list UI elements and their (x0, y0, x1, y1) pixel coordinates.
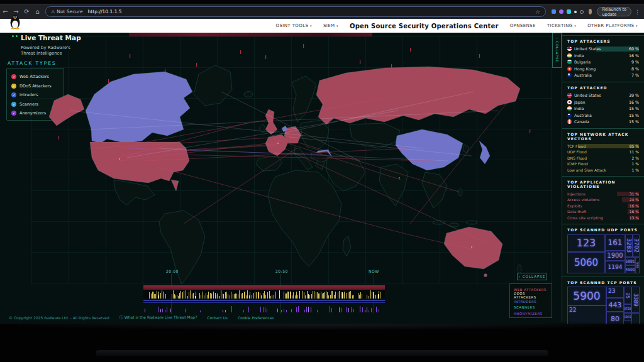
ddos-tick (206, 293, 206, 299)
stat-row[interactable]: Access violations24 % (567, 197, 639, 203)
country-usa (90, 142, 189, 183)
reload-icon[interactable]: ⟳ (21, 8, 32, 15)
extension-icon[interactable] (552, 9, 556, 14)
stat-row[interactable]: India16 % (567, 52, 639, 59)
port-cell[interactable]: 6881 (625, 257, 635, 265)
nav-ticketing[interactable]: TICKETING ▾ (547, 23, 576, 28)
sidebar-collapse-tab[interactable]: › COLLAPSE (552, 33, 562, 68)
stat-row[interactable]: Exploits16 % (567, 203, 639, 209)
stat-row[interactable]: Japan16 % (567, 99, 639, 106)
anonymizer-tick (298, 306, 299, 312)
port-cell[interactable]: 5900 (567, 287, 606, 305)
address-bar[interactable]: ⚠ Not Secure http://10.1.1.5 ☆ (45, 6, 546, 17)
anonymizer-tick (369, 310, 369, 312)
extension-icon[interactable] (559, 9, 564, 14)
port-cell[interactable]: 8728 (624, 304, 631, 313)
attack-type-icon: ✓ (11, 102, 16, 107)
stat-row[interactable]: Canada15 % (567, 119, 639, 126)
port-cell[interactable]: 1194 (605, 261, 625, 273)
timeline-collapse-button[interactable]: ‹ COLLAPSE (517, 273, 547, 280)
stat-row[interactable]: ICMP Flood1 % (567, 161, 639, 167)
port-cell[interactable]: 3283 (625, 234, 633, 257)
home-icon[interactable]: ⌂ (32, 8, 43, 15)
stat-row[interactable]: ANONYMIZERS (514, 310, 548, 317)
stat-label: United States (574, 47, 601, 51)
port-cell[interactable]: 161 (605, 234, 625, 251)
region-eastern-europe (301, 120, 329, 150)
what-is-link[interactable]: ⓘ What is the Radware Live Threat Map? (119, 315, 197, 321)
extension-icon[interactable] (574, 11, 577, 13)
port-cell[interactable]: 5060 (567, 252, 605, 273)
port-cell[interactable]: 25 (624, 287, 631, 304)
stat-label: India (574, 53, 584, 58)
not-secure-label[interactable]: Not Secure (57, 9, 82, 14)
stat-row[interactable]: India15 % (567, 106, 639, 112)
relaunch-to-update-button[interactable]: Relaunch to update (597, 7, 631, 16)
network-attack-vectors-section: TOP NETWORK ATTACK VECTORS TCP Flood85 %… (562, 129, 644, 177)
port-cell[interactable]: 123 (567, 234, 605, 252)
stat-value: 16 % (630, 204, 639, 208)
stat-row[interactable]: DDOS ATTACKERS (514, 293, 548, 299)
country-china (396, 129, 463, 170)
anonymizer-tick (317, 310, 318, 312)
port-cell[interactable] (631, 313, 640, 324)
stat-row[interactable]: Injections31 % (567, 191, 639, 197)
ddos-tick (223, 294, 224, 299)
port-cell[interactable]: 23 (606, 287, 624, 298)
ddos-tick (213, 292, 214, 299)
ddos-tick (173, 290, 174, 299)
anonymizer-tick (260, 307, 261, 312)
udp-ports-treemap[interactable]: 1231613283370250601900119468814500500 (567, 234, 640, 273)
port-cell[interactable]: 1900 (605, 251, 625, 261)
stat-row[interactable]: DNS Flood2 % (567, 155, 639, 162)
bookmark-star-icon[interactable]: ☆ (535, 9, 540, 15)
url-text[interactable]: http://10.1.1.5 (88, 9, 122, 14)
ddos-tick (201, 295, 201, 299)
nav-opnsense[interactable]: OPNSENSE (510, 23, 536, 28)
stat-row[interactable]: UDP Flood11 % (567, 149, 639, 155)
stat-row[interactable]: TCP Flood85 % (567, 143, 639, 150)
contact-us-link[interactable]: Contact Us (207, 315, 228, 320)
port-cell[interactable]: 3702 (633, 234, 640, 257)
ddos-tick (326, 291, 326, 299)
attack-timeline[interactable]: 20:00 20:50 NOW (143, 269, 385, 318)
port-cell[interactable]: 80 (606, 312, 624, 324)
ddos-tick (267, 292, 268, 299)
stat-row[interactable]: Data theft16 % (567, 209, 639, 215)
stat-row[interactable]: Low and Slow Attack1 % (567, 167, 639, 173)
profile-avatar[interactable] (589, 9, 592, 14)
app-nav-links: OSINT TOOLS ▾ SIEM ▾ Open Source Securit… (276, 23, 638, 30)
port-cell[interactable]: 22 (567, 305, 606, 324)
section-title: TOP SCANNED UDP PORTS (567, 228, 639, 232)
nav-osint-tools[interactable]: OSINT TOOLS ▾ (276, 23, 312, 28)
laptop-screen: ← → ⟳ ⌂ ⚠ Not Secure http://10.1.1.5 ☆ R… (0, 0, 644, 362)
browser-menu-icon[interactable]: ⋮ (635, 9, 640, 15)
port-cell[interactable]: 4500 (625, 265, 635, 273)
stat-row[interactable]: INTRUDERS (514, 299, 548, 305)
stat-row[interactable]: SCANNERS (514, 305, 548, 311)
stat-row[interactable]: United States60 % (567, 46, 639, 53)
stat-row[interactable]: Hong Kong8 % (567, 65, 639, 72)
ddos-tick (182, 292, 183, 299)
stat-row[interactable]: Australia15 % (567, 112, 639, 119)
ddos-tick (228, 294, 228, 299)
in-flag-icon (567, 53, 572, 58)
tcp-ports-treemap[interactable]: 590023253389443872822805901 (567, 287, 640, 324)
ddos-tick (341, 292, 341, 299)
nav-other-platforms[interactable]: OTHER PLATFORMS ▾ (587, 23, 638, 28)
port-cell[interactable]: 5901 (624, 313, 631, 321)
port-cell[interactable]: 3389 (631, 287, 640, 313)
stat-row[interactable]: Cross site scripting13 % (567, 215, 639, 221)
world-map[interactable] (31, 36, 552, 284)
port-cell[interactable]: 500 (635, 257, 640, 273)
stat-row[interactable]: Bulgaria9 % (567, 59, 639, 66)
extensions-puzzle-icon[interactable] (580, 10, 584, 14)
port-cell[interactable]: 443 (606, 298, 624, 312)
nav-siem[interactable]: SIEM ▾ (323, 23, 338, 28)
cookie-preferences-link[interactable]: Cookie Preferences (238, 315, 274, 320)
stat-row[interactable]: United States39 % (567, 92, 639, 99)
stat-row[interactable]: Australia7 % (567, 72, 639, 79)
extension-icon[interactable] (567, 9, 571, 14)
stat-value: 1 % (632, 162, 639, 166)
ddos-tick (184, 291, 184, 299)
